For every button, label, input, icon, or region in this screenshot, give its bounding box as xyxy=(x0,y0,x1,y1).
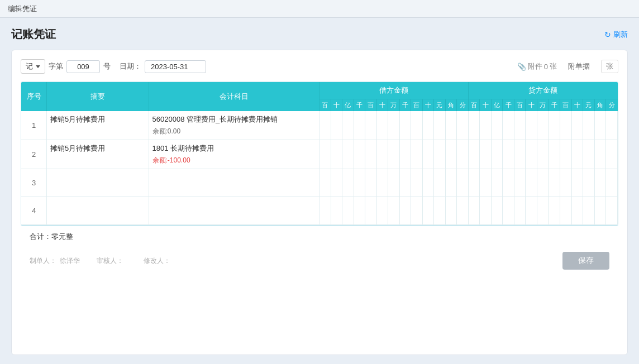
row2-credit-13[interactable] xyxy=(606,140,618,169)
row2-credit-7[interactable] xyxy=(537,140,549,169)
row4-credit-6[interactable] xyxy=(526,197,537,225)
row1-credit-5[interactable] xyxy=(514,111,526,140)
row3-debit-6[interactable] xyxy=(376,169,388,197)
zhang-button[interactable]: 张 xyxy=(601,60,618,73)
row1-debit-4[interactable] xyxy=(354,111,365,140)
row3-credit-3[interactable] xyxy=(491,169,503,197)
row2-credit-11[interactable] xyxy=(583,140,595,169)
row2-debit-7[interactable] xyxy=(388,140,400,169)
row2-credit-10[interactable] xyxy=(571,140,583,169)
row4-debit-12[interactable] xyxy=(445,197,457,225)
row4-summary[interactable] xyxy=(47,197,149,225)
row3-debit-3[interactable] xyxy=(342,169,354,197)
row3-credit-8[interactable] xyxy=(549,169,560,197)
row4-debit-2[interactable] xyxy=(331,197,342,225)
row3-credit-7[interactable] xyxy=(537,169,549,197)
row3-debit-7[interactable] xyxy=(388,169,400,197)
row3-debit-2[interactable] xyxy=(331,169,342,197)
row3-credit-4[interactable] xyxy=(503,169,514,197)
row3-credit-2[interactable] xyxy=(480,169,492,197)
row3-debit-12[interactable] xyxy=(445,169,457,197)
row3-debit-11[interactable] xyxy=(434,169,446,197)
row2-debit-11[interactable] xyxy=(434,140,446,169)
row2-credit-4[interactable] xyxy=(503,140,514,169)
row3-debit-9[interactable] xyxy=(411,169,423,197)
row1-credit-7[interactable] xyxy=(537,111,549,140)
row4-credit-12[interactable] xyxy=(594,197,606,225)
row2-summary[interactable]: 摊销5月待摊费用 xyxy=(47,140,149,169)
row3-credit-5[interactable] xyxy=(514,169,526,197)
row4-credit-2[interactable] xyxy=(480,197,492,225)
row1-debit-3[interactable] xyxy=(342,111,354,140)
row2-credit-1[interactable] xyxy=(468,140,480,169)
row2-credit-12[interactable] xyxy=(594,140,606,169)
row3-debit-10[interactable] xyxy=(422,169,434,197)
row4-credit-3[interactable] xyxy=(491,197,503,225)
refresh-button[interactable]: ↻ 刷新 xyxy=(604,30,628,40)
row1-credit-11[interactable] xyxy=(583,111,595,140)
row3-debit-5[interactable] xyxy=(365,169,377,197)
row2-credit-9[interactable] xyxy=(560,140,571,169)
row1-debit-11[interactable] xyxy=(434,111,446,140)
row4-account[interactable] xyxy=(149,197,320,225)
row4-debit-6[interactable] xyxy=(376,197,388,225)
row1-debit-13[interactable] xyxy=(457,111,469,140)
row4-debit-3[interactable] xyxy=(342,197,354,225)
row4-credit-4[interactable] xyxy=(503,197,514,225)
row4-debit-4[interactable] xyxy=(354,197,365,225)
row1-credit-2[interactable] xyxy=(480,111,492,140)
row4-credit-8[interactable] xyxy=(549,197,560,225)
row1-credit-1[interactable] xyxy=(468,111,480,140)
row3-account[interactable] xyxy=(149,169,320,197)
voucher-number-input[interactable] xyxy=(66,60,100,73)
save-button[interactable]: 保存 xyxy=(562,252,609,270)
row2-debit-10[interactable] xyxy=(422,140,434,169)
row4-credit-9[interactable] xyxy=(560,197,571,225)
row1-debit-1[interactable] xyxy=(320,111,331,140)
row2-debit-3[interactable] xyxy=(342,140,354,169)
row1-debit-5[interactable] xyxy=(365,111,377,140)
row4-debit-11[interactable] xyxy=(434,197,446,225)
voucher-type-button[interactable]: 记 xyxy=(21,59,45,74)
row3-summary[interactable] xyxy=(47,169,149,197)
row3-credit-12[interactable] xyxy=(594,169,606,197)
row4-debit-1[interactable] xyxy=(320,197,331,225)
row1-debit-10[interactable] xyxy=(422,111,434,140)
row3-credit-9[interactable] xyxy=(560,169,571,197)
row4-credit-5[interactable] xyxy=(514,197,526,225)
row3-debit-8[interactable] xyxy=(399,169,411,197)
row2-debit-9[interactable] xyxy=(411,140,423,169)
row2-debit-5[interactable] xyxy=(365,140,377,169)
row3-debit-1[interactable] xyxy=(320,169,331,197)
row1-credit-4[interactable] xyxy=(503,111,514,140)
row4-credit-13[interactable] xyxy=(606,197,618,225)
row2-credit-2[interactable] xyxy=(480,140,492,169)
row1-debit-2[interactable] xyxy=(331,111,342,140)
row4-debit-9[interactable] xyxy=(411,197,423,225)
row1-summary[interactable]: 摊销5月待摊费用 xyxy=(47,111,149,140)
row3-debit-4[interactable] xyxy=(354,169,365,197)
row2-debit-12[interactable] xyxy=(445,140,457,169)
row2-credit-8[interactable] xyxy=(549,140,560,169)
row4-credit-1[interactable] xyxy=(468,197,480,225)
row1-debit-8[interactable] xyxy=(399,111,411,140)
row2-debit-4[interactable] xyxy=(354,140,365,169)
row4-credit-10[interactable] xyxy=(571,197,583,225)
row3-debit-13[interactable] xyxy=(457,169,469,197)
row3-credit-11[interactable] xyxy=(583,169,595,197)
row2-credit-5[interactable] xyxy=(514,140,526,169)
row1-debit-6[interactable] xyxy=(376,111,388,140)
row1-account[interactable]: 56020008 管理费用_长期待摊费用摊销 余额:0.00 xyxy=(149,111,320,140)
row3-credit-10[interactable] xyxy=(571,169,583,197)
row1-debit-9[interactable] xyxy=(411,111,423,140)
row2-debit-6[interactable] xyxy=(376,140,388,169)
row4-debit-10[interactable] xyxy=(422,197,434,225)
row3-credit-1[interactable] xyxy=(468,169,480,197)
row1-credit-6[interactable] xyxy=(526,111,537,140)
row2-debit-1[interactable] xyxy=(320,140,331,169)
row4-credit-11[interactable] xyxy=(583,197,595,225)
row1-credit-10[interactable] xyxy=(571,111,583,140)
row1-credit-9[interactable] xyxy=(560,111,571,140)
row4-debit-8[interactable] xyxy=(399,197,411,225)
row1-credit-3[interactable] xyxy=(491,111,503,140)
